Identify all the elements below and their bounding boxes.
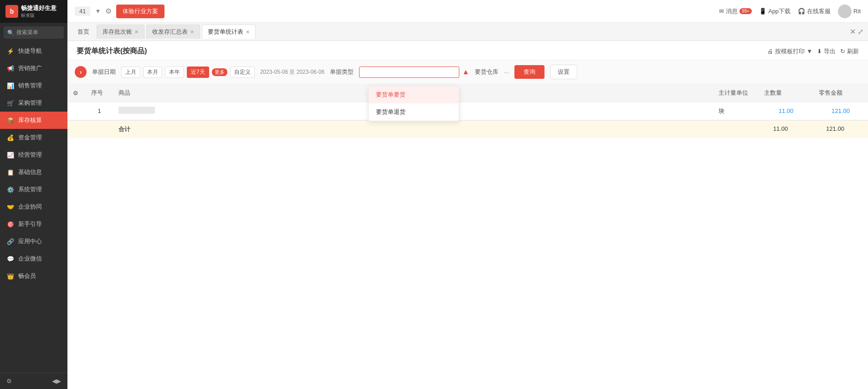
sidebar-item-marketing[interactable]: 📢 营销推广	[0, 60, 67, 77]
doc-number: 41	[75, 6, 90, 16]
page-title: 要货单统计表(按商品)	[77, 46, 147, 56]
date-this-year-btn[interactable]: 本年	[165, 67, 184, 78]
collapse-icon[interactable]: ◀▶	[52, 378, 61, 384]
type-filter-label: 单据类型	[330, 68, 354, 76]
col-header-unit: 主计量单位	[713, 84, 759, 102]
sidebar-item-label: 企业协同	[18, 203, 42, 211]
date-this-month-btn[interactable]: 本月	[143, 67, 162, 78]
print-template-button[interactable]: 🖨 按模板打印 ▼	[767, 47, 812, 56]
date-custom-btn[interactable]: 自定义	[230, 67, 255, 78]
search-label: 搜索菜单	[16, 29, 38, 36]
avatar	[838, 5, 852, 18]
sidebar-item-basic-info[interactable]: 📋 基础信息	[0, 164, 67, 181]
date-prev-month-btn[interactable]: 上月	[121, 67, 140, 78]
tab-inventory-batch[interactable]: 库存批次账 ✕	[97, 25, 144, 39]
date-range-display: 2023-05-06 至 2023-06-06	[260, 68, 324, 76]
sidebar-item-label: 库存核算	[18, 116, 42, 124]
export-icon: ⬇	[817, 48, 822, 55]
query-button[interactable]: 查询	[514, 65, 544, 79]
date-filter-label: 单据日期	[92, 68, 116, 76]
tab-close-icon[interactable]: ✕	[246, 29, 250, 35]
marketing-icon: 📢	[6, 65, 15, 72]
type-filter-input[interactable]	[359, 67, 459, 78]
tab-close-all-button[interactable]: ✕	[850, 27, 856, 36]
row-qty: 11.00	[759, 102, 813, 120]
sidebar-item-label: 畅会员	[18, 272, 36, 280]
app-download-label: App下载	[768, 7, 791, 15]
user-name: Rit	[853, 8, 861, 15]
tab-maximize-button[interactable]: ⤢	[858, 27, 863, 36]
tab-home-label: 首页	[77, 28, 89, 36]
tab-receivable-summary[interactable]: 收发存汇总表 ✕	[146, 25, 200, 39]
sidebar-item-wechat[interactable]: 💬 企业微信	[0, 250, 67, 267]
message-icon: ✉	[719, 8, 724, 15]
tab-order-stats[interactable]: 要货单统计表 ✕	[202, 25, 256, 39]
user-avatar-item[interactable]: Rit	[838, 5, 861, 18]
messages-item[interactable]: ✉ 消息 99+	[719, 7, 752, 15]
finance-icon: 💰	[6, 134, 15, 141]
online-service-item[interactable]: 🎧 在线客服	[798, 7, 831, 15]
guide-icon: 🎯	[6, 221, 15, 228]
messages-label: 消息	[726, 7, 738, 15]
dropdown-item-order-goods[interactable]: 要货单要货	[369, 86, 459, 103]
sidebar-item-operations[interactable]: 📈 经营管理	[0, 146, 67, 164]
sidebar-item-inventory[interactable]: 📦 库存核算	[0, 112, 67, 129]
col-header-qty: 主数量	[759, 84, 813, 102]
sidebar-item-guide[interactable]: 🎯 新手引导	[0, 215, 67, 233]
sidebar-item-app-center[interactable]: 🔗 应用中心	[0, 233, 67, 250]
sidebar-item-members[interactable]: 👑 畅会员	[0, 267, 67, 285]
filter-expand-button[interactable]: ›	[75, 66, 87, 78]
logo-icon: b	[5, 5, 18, 18]
refresh-button[interactable]: ↻ 刷新	[840, 47, 859, 56]
topbar-right: ✉ 消息 99+ 📱 App下载 🎧 在线客服 Rit	[719, 5, 861, 18]
app-name: 畅捷通好生意	[21, 5, 56, 12]
sidebar-item-finance[interactable]: 💰 资金管理	[0, 129, 67, 146]
sidebar-item-enterprise[interactable]: 🤝 企业协同	[0, 198, 67, 215]
sales-icon: 📊	[6, 82, 15, 89]
tab-close-icon[interactable]: ✕	[190, 29, 194, 35]
gear-icon[interactable]: ⚙	[105, 7, 112, 15]
online-service-label: 在线客服	[807, 7, 831, 15]
app-edition: 标准版	[21, 12, 56, 18]
app-download-item[interactable]: 📱 App下载	[759, 7, 791, 15]
sidebar-item-label: 经营管理	[18, 151, 42, 159]
app-logo: b 畅捷通好生意 标准版	[0, 0, 67, 23]
sidebar-item-label: 采购管理	[18, 99, 42, 107]
warehouse-more-icon[interactable]: ···	[504, 69, 509, 76]
sidebar-item-quick-nav[interactable]: ⚡ 快捷导航	[0, 42, 67, 60]
settings-icon[interactable]: ⚙	[6, 378, 12, 384]
sidebar-item-label: 营销推广	[18, 64, 42, 72]
sidebar-item-sales[interactable]: 📊 销售管理	[0, 77, 67, 94]
topbar-left: 41 ▼ ⚙ 体验行业方案	[75, 5, 164, 18]
tab-order-stats-label: 要货单统计表	[208, 28, 243, 36]
date-last-7-days-btn[interactable]: 近7天	[187, 67, 209, 78]
chevron-down-icon[interactable]: ▼	[95, 8, 101, 15]
filter-setting-button[interactable]: 设置	[550, 65, 577, 79]
refresh-icon: ↻	[840, 48, 845, 55]
type-filter-chevron-up-icon[interactable]: ▲	[462, 68, 469, 76]
system-icon: ⚙️	[6, 186, 15, 193]
sidebar-bottom: ⚙ ◀▶	[0, 373, 67, 389]
sidebar-item-label: 资金管理	[18, 133, 42, 142]
sidebar-item-system[interactable]: ⚙️ 系统管理	[0, 181, 67, 198]
tab-home[interactable]: 首页	[72, 25, 95, 39]
table-container: ⚙ 序号 商品 主计量单位 主数量 零售金额 1	[67, 84, 868, 120]
col-header-amount: 零售金额	[813, 84, 868, 102]
more-badge[interactable]: 更多	[212, 68, 227, 76]
col-header-settings[interactable]: ⚙	[67, 84, 86, 102]
tab-close-icon[interactable]: ✕	[134, 29, 139, 35]
table-footer: 合计 11.00 121.00	[67, 120, 868, 138]
tab-inventory-batch-label: 库存批次账	[103, 28, 132, 36]
inventory-icon: 📦	[6, 117, 15, 124]
sidebar-item-purchase[interactable]: 🛒 采购管理	[0, 94, 67, 112]
page-header: 要货单统计表(按商品) 🖨 按模板打印 ▼ ⬇ 导出 ↻ 刷新	[67, 41, 868, 60]
sidebar-item-label: 基础信息	[18, 168, 42, 176]
row-num: 1	[86, 102, 113, 120]
export-button[interactable]: ⬇ 导出	[817, 47, 836, 56]
data-table: ⚙ 序号 商品 主计量单位 主数量 零售金额 1	[67, 84, 868, 120]
trial-button[interactable]: 体验行业方案	[116, 5, 164, 18]
sidebar-search[interactable]: 🔍 搜索菜单	[4, 26, 64, 39]
date-filter-group: 上月 本月 本年 近7天 更多 自定义	[121, 67, 255, 78]
dropdown-item-order-return[interactable]: 要货单退货	[369, 103, 459, 121]
type-filter-group: ▲	[359, 67, 469, 78]
